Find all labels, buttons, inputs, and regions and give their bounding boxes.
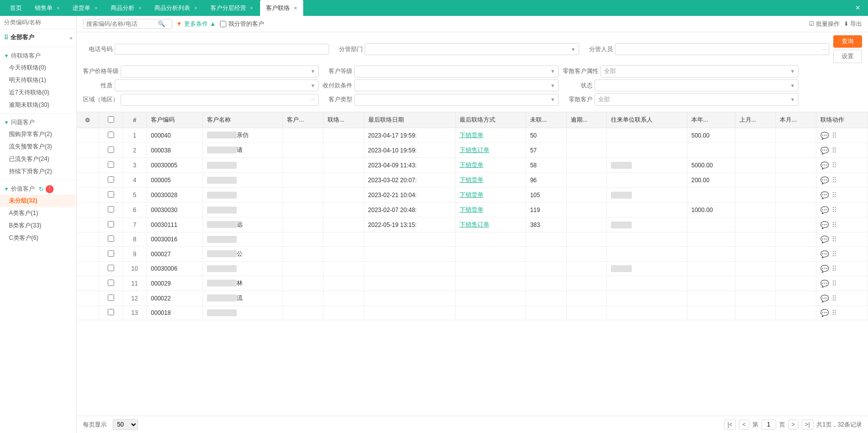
grid-icon[interactable]: ⠿ bbox=[832, 309, 837, 317]
th-code[interactable]: 客户编码 bbox=[147, 112, 203, 128]
contact-method-link[interactable]: 下销货单 bbox=[460, 132, 483, 139]
row-checkbox[interactable] bbox=[108, 235, 114, 242]
sidebar-all-customers[interactable]: ⠿ 全部客户 « bbox=[0, 30, 76, 45]
th-contact[interactable]: 联络... bbox=[323, 112, 364, 128]
chat-icon[interactable]: 💬 bbox=[820, 280, 829, 288]
grid-icon[interactable]: ⠿ bbox=[832, 280, 837, 288]
grid-icon[interactable]: ⠿ bbox=[832, 250, 837, 258]
my-customers-checkbox[interactable]: 我分管的客户 bbox=[220, 20, 264, 28]
nav-tab-analysis-list-close[interactable]: × bbox=[194, 5, 197, 11]
chat-icon[interactable]: 💬 bbox=[820, 146, 829, 154]
export-btn[interactable]: ⬇ 导出 bbox=[844, 20, 862, 28]
chat-icon[interactable]: 💬 bbox=[820, 206, 829, 214]
th-last-contact-date[interactable]: 最后联络日期 bbox=[364, 112, 455, 128]
nav-close-all[interactable]: × bbox=[852, 3, 864, 12]
filter-select-customer-level[interactable]: ▼ bbox=[354, 66, 558, 77]
nav-tab-purchase-close[interactable]: × bbox=[94, 5, 97, 11]
cell-checkbox[interactable] bbox=[99, 276, 123, 291]
sidebar-search-input[interactable] bbox=[4, 19, 77, 26]
sidebar-item-churn-warn[interactable]: 流失预警客户(3) bbox=[0, 141, 76, 153]
nav-tab-sales-close[interactable]: × bbox=[57, 5, 60, 11]
nav-tab-analysis-list[interactable]: 商品分析列表 × bbox=[148, 0, 203, 16]
page-prev-btn[interactable]: < bbox=[739, 420, 749, 430]
filter-select-retail-attr[interactable]: 全部 ▼ bbox=[601, 65, 799, 77]
page-size-select[interactable]: 50 100 200 bbox=[113, 419, 138, 430]
cell-checkbox[interactable] bbox=[99, 306, 123, 320]
contact-method-link[interactable]: 下销货单 bbox=[460, 161, 483, 168]
sidebar-item-ungroup[interactable]: 未分组(32) bbox=[0, 195, 76, 207]
search-icon[interactable]: 🔍 bbox=[158, 20, 165, 27]
nav-tab-analysis[interactable]: 商品分析 × bbox=[105, 0, 147, 16]
th-no-contact[interactable]: 未联... bbox=[526, 112, 567, 128]
refresh-icon[interactable]: ↻ bbox=[39, 186, 44, 193]
row-checkbox[interactable] bbox=[108, 132, 114, 138]
row-checkbox[interactable] bbox=[108, 250, 114, 257]
reset-btn[interactable]: 设置 bbox=[833, 50, 862, 63]
th-contact-person[interactable]: 往来单位联系人 bbox=[607, 112, 687, 128]
sidebar-item-today[interactable]: 今天待联络(0) bbox=[0, 62, 76, 74]
nav-tab-customer-segment-close[interactable]: × bbox=[250, 5, 253, 11]
filter-select-payment[interactable]: ▼ bbox=[354, 79, 558, 91]
more-conditions-btn[interactable]: ▼ 更多条件 ▲ bbox=[176, 20, 216, 28]
chat-icon[interactable]: 💬 bbox=[820, 250, 829, 258]
chat-icon[interactable]: 💬 bbox=[820, 132, 829, 140]
cell-checkbox[interactable] bbox=[99, 217, 123, 232]
grid-icon[interactable]: ⠿ bbox=[832, 265, 837, 273]
nav-tab-customer-contact[interactable]: 客户联络 × bbox=[260, 0, 303, 16]
th-level[interactable]: 客户... bbox=[283, 112, 324, 128]
cell-checkbox[interactable] bbox=[99, 262, 123, 276]
sidebar-group-pending[interactable]: ▼ 待联络客户 bbox=[0, 49, 76, 62]
row-checkbox[interactable] bbox=[108, 309, 114, 315]
filter-select-manager[interactable]: ··· bbox=[615, 43, 829, 55]
contact-method-link[interactable]: 下销货单 bbox=[460, 206, 483, 213]
sidebar-item-hoarding[interactable]: 囤购异常客户(2) bbox=[0, 128, 76, 141]
th-name[interactable]: 客户名称 bbox=[202, 112, 283, 128]
chat-icon[interactable]: 💬 bbox=[820, 221, 829, 229]
batch-op-btn[interactable]: ☑ 批量操作 bbox=[809, 20, 840, 28]
query-btn[interactable]: 查询 bbox=[833, 35, 862, 48]
select-all-checkbox[interactable] bbox=[108, 116, 114, 123]
cell-checkbox[interactable] bbox=[99, 203, 123, 217]
cell-checkbox[interactable] bbox=[99, 143, 123, 158]
cell-checkbox[interactable] bbox=[99, 158, 123, 173]
my-customers-check[interactable] bbox=[220, 21, 226, 27]
grid-icon[interactable]: ⠿ bbox=[832, 235, 837, 243]
nav-tab-home[interactable]: 首页 bbox=[4, 0, 28, 16]
chat-icon[interactable]: 💬 bbox=[820, 265, 829, 273]
chat-icon[interactable]: 💬 bbox=[820, 309, 829, 317]
filter-input-phone[interactable] bbox=[115, 44, 329, 55]
row-checkbox[interactable] bbox=[108, 206, 114, 213]
sidebar-item-churned[interactable]: 已流失客户(24) bbox=[0, 153, 76, 165]
cell-checkbox[interactable] bbox=[99, 291, 123, 306]
grid-icon[interactable]: ⠿ bbox=[832, 206, 837, 214]
th-this-year[interactable]: 本年... bbox=[687, 112, 735, 128]
chat-icon[interactable]: 💬 bbox=[820, 191, 829, 199]
sidebar-group-problem[interactable]: ▼ 问题客户 bbox=[0, 116, 76, 128]
th-checkbox[interactable] bbox=[99, 112, 123, 128]
chat-icon[interactable]: 💬 bbox=[820, 161, 829, 169]
sidebar-item-tomorrow[interactable]: 明天待联络(1) bbox=[0, 74, 76, 86]
page-next-btn[interactable]: > bbox=[788, 420, 799, 430]
chat-icon[interactable]: 💬 bbox=[820, 235, 829, 243]
row-checkbox[interactable] bbox=[108, 176, 114, 183]
filter-select-price-level[interactable]: ▼ bbox=[121, 66, 319, 77]
page-last-btn[interactable]: >| bbox=[801, 420, 813, 430]
sidebar-item-declining[interactable]: 持续下滑客户(2) bbox=[0, 165, 76, 178]
page-first-btn[interactable]: |< bbox=[724, 420, 736, 430]
sidebar-item-class-b[interactable]: B类客户(33) bbox=[0, 219, 76, 232]
grid-icon[interactable]: ⠿ bbox=[832, 132, 837, 140]
chat-icon[interactable]: 💬 bbox=[820, 294, 829, 302]
chat-icon[interactable]: 💬 bbox=[820, 176, 829, 184]
filter-select-region[interactable]: ··· bbox=[121, 94, 319, 106]
th-gear[interactable]: ⚙ bbox=[77, 112, 99, 128]
row-checkbox[interactable] bbox=[108, 161, 114, 168]
sidebar-item-class-a[interactable]: A类客户(1) bbox=[0, 207, 76, 219]
page-input[interactable] bbox=[761, 420, 776, 430]
th-this-month[interactable]: 本月... bbox=[776, 112, 816, 128]
filter-select-nature[interactable]: ▼ bbox=[115, 79, 319, 91]
row-checkbox[interactable] bbox=[108, 294, 114, 301]
row-checkbox[interactable] bbox=[108, 221, 114, 227]
grid-icon[interactable]: ⠿ bbox=[832, 221, 837, 229]
contact-method-link[interactable]: 下销货单 bbox=[460, 176, 483, 183]
contact-method-link[interactable]: 下销货单 bbox=[460, 191, 483, 198]
